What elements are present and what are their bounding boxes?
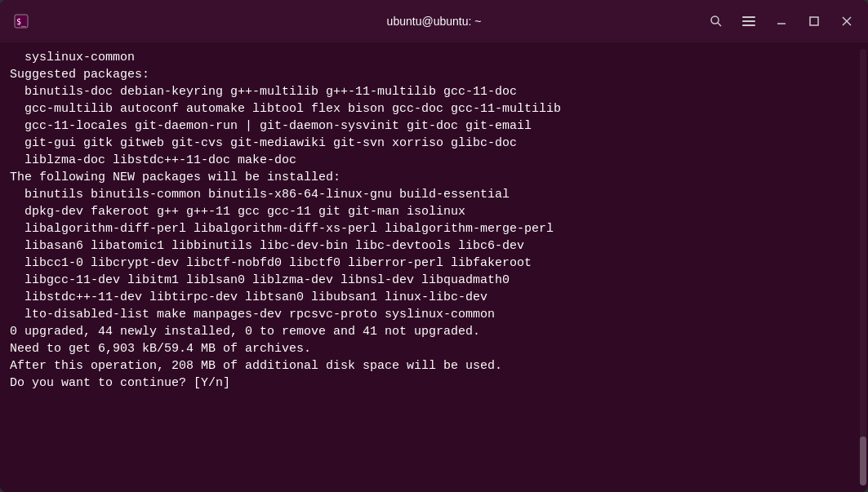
close-icon <box>841 16 852 27</box>
svg-point-2 <box>711 16 719 24</box>
svg-rect-5 <box>810 17 818 25</box>
scrollbar[interactable] <box>860 49 866 485</box>
svg-line-3 <box>718 23 721 26</box>
window-title: ubuntu@ubuntu: ~ <box>387 15 482 28</box>
maximize-button[interactable] <box>799 7 829 36</box>
minimize-button[interactable] <box>767 7 796 36</box>
terminal-body[interactable]: syslinux-common Suggested packages: binu… <box>0 42 868 492</box>
terminal-output: syslinux-common Suggested packages: binu… <box>10 49 858 392</box>
app-icon-button[interactable]: $_ <box>7 7 36 36</box>
hamburger-line-3 <box>742 24 755 26</box>
menu-button[interactable] <box>734 7 763 36</box>
svg-text:$_: $_ <box>16 17 27 27</box>
titlebar: $_ ubuntu@ubuntu: ~ <box>0 0 868 42</box>
titlebar-left: $_ <box>7 7 36 36</box>
terminal-app-icon: $_ <box>13 13 29 29</box>
hamburger-line-1 <box>742 16 755 18</box>
scrollbar-thumb[interactable] <box>860 437 866 485</box>
terminal-window: $_ ubuntu@ubuntu: ~ <box>0 0 868 492</box>
search-icon <box>710 15 723 28</box>
hamburger-icon <box>742 16 755 26</box>
titlebar-controls <box>701 7 861 36</box>
hamburger-line-2 <box>742 20 755 22</box>
minimize-icon <box>776 16 787 27</box>
maximize-icon <box>808 16 820 27</box>
search-button[interactable] <box>701 7 731 36</box>
close-button[interactable] <box>832 7 861 36</box>
title-text: ubuntu@ubuntu: ~ <box>387 15 482 28</box>
